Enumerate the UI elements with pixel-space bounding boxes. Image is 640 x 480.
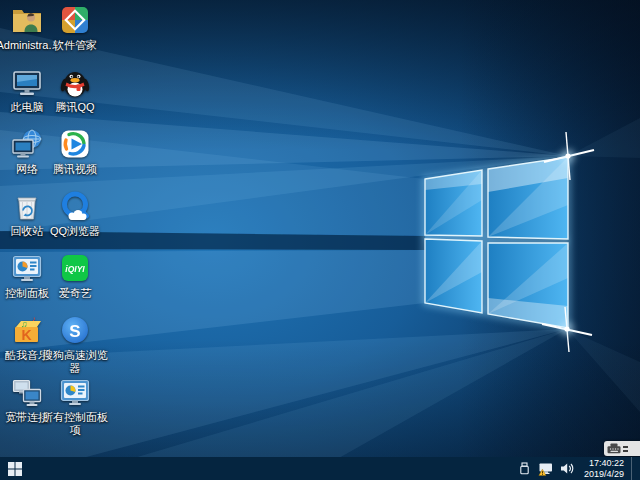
- tray-time: 17:40:22: [584, 458, 624, 469]
- all-control-panel-items-icon: [59, 376, 91, 408]
- windows-logo-icon: [8, 462, 22, 476]
- desktop-icon-label: 软件管家: [39, 39, 111, 52]
- taskbar-empty-area[interactable]: [30, 457, 518, 480]
- desktop-icon-iqiyi[interactable]: iQIYI 爱奇艺: [51, 252, 99, 314]
- control-panel-icon: [11, 252, 43, 284]
- svg-text:♪: ♪: [32, 315, 36, 322]
- desktop-icon-label: QQ浏览器: [39, 225, 111, 238]
- desktop-icon-grid: Administra... 此电脑 网络: [3, 4, 99, 438]
- svg-text:K: K: [21, 327, 31, 343]
- desktop-icon-sogou-browser[interactable]: S 搜狗高速浏览器: [51, 314, 99, 376]
- svg-text:iQIYI: iQIYI: [65, 264, 85, 274]
- sogou-browser-icon: S: [59, 314, 91, 346]
- this-pc-icon: [11, 66, 43, 98]
- usb-device-icon[interactable]: [518, 462, 531, 475]
- network-icon: [11, 128, 43, 160]
- desktop[interactable]: Administra... 此电脑 网络: [0, 0, 640, 480]
- user-folder-icon: [11, 4, 43, 36]
- software-manager-icon: [59, 4, 91, 36]
- svg-text:S: S: [69, 322, 80, 341]
- desktop-icon-tencent-video[interactable]: 腾讯视频: [51, 128, 99, 190]
- desktop-icon-administrator[interactable]: Administra...: [3, 4, 51, 66]
- tencent-qq-icon: [59, 66, 91, 98]
- desktop-icon-control-panel[interactable]: 控制面板: [3, 252, 51, 314]
- taskbar: 17:40:22 2019/4/29: [0, 457, 640, 480]
- volume-icon[interactable]: [560, 462, 574, 475]
- kuwo-music-icon: K ♫ ♪: [11, 314, 43, 346]
- desktop-icon-network[interactable]: 网络: [3, 128, 51, 190]
- qq-browser-icon: [59, 190, 91, 222]
- desktop-icon-label: 腾讯QQ: [39, 101, 111, 114]
- desktop-icon-label: 腾讯视频: [39, 163, 111, 176]
- desktop-icon-label: 爱奇艺: [39, 287, 111, 300]
- desktop-icon-qq-browser[interactable]: QQ浏览器: [51, 190, 99, 252]
- tray-clock[interactable]: 17:40:22 2019/4/29: [581, 458, 624, 479]
- network-warning-icon[interactable]: [538, 462, 553, 476]
- tray-date: 2019/4/29: [584, 469, 624, 480]
- tencent-video-icon: [59, 128, 91, 160]
- desktop-icon-tencent-qq[interactable]: 腾讯QQ: [51, 66, 99, 128]
- broadband-connection-icon: [11, 376, 43, 408]
- desktop-icon-label: 搜狗高速浏览器: [39, 349, 111, 375]
- desktop-icon-recycle-bin[interactable]: 回收站: [3, 190, 51, 252]
- desktop-icon-all-control-panel-items[interactable]: 所有控制面板项: [51, 376, 99, 438]
- svg-text:♫: ♫: [21, 319, 28, 329]
- system-tray: 17:40:22 2019/4/29: [518, 457, 640, 480]
- iqiyi-icon: iQIYI: [59, 252, 91, 284]
- ime-statusbar[interactable]: [604, 441, 640, 456]
- desktop-icon-label: 所有控制面板项: [39, 411, 111, 437]
- desktop-icon-this-pc[interactable]: 此电脑: [3, 66, 51, 128]
- keyboard-icon: [607, 443, 621, 454]
- start-button[interactable]: [0, 457, 30, 480]
- recycle-bin-icon: [11, 190, 43, 222]
- ime-menu-icon[interactable]: [623, 446, 628, 452]
- desktop-icon-software-manager[interactable]: 软件管家: [51, 4, 99, 66]
- show-desktop-button[interactable]: [631, 457, 637, 480]
